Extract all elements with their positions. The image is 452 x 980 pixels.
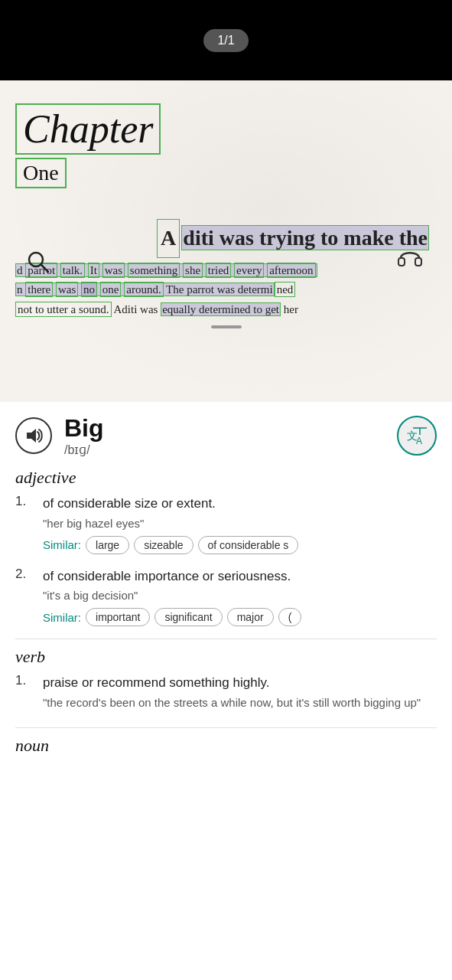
word-info: Big /bɪɡ/ [64,414,104,457]
book-text-area: Aditi was trying to make the d parrot ta… [15,219,437,319]
svg-marker-4 [27,429,36,443]
def-example-1: "her big hazel eyes" [43,517,437,530]
word-title: Big [64,414,104,443]
similar-tag-sizeable[interactable]: sizeable [134,536,193,554]
def-text-2: of considerable importance or seriousnes… [43,567,437,586]
adjective-definitions: 1. of considerable size or extent. "her … [15,494,437,626]
similar-label-1: Similar: [43,538,81,551]
noun-label: noun [15,736,437,756]
page-indicator: 1/1 [203,29,248,52]
verb-def-text-1: praise or recommend something highly. [43,673,437,693]
similar-tag-large[interactable]: large [86,536,129,554]
verb-label: verb [15,647,437,667]
chapter-subtitle: One [15,158,67,188]
word-header-left: Big /bɪɡ/ [15,414,104,457]
svg-text:A: A [416,436,422,446]
similar-row-1: Similar: large sizeable of considerable … [43,536,437,554]
similar-row-2: Similar: important significant major ( [43,608,437,626]
verb-def-example-1: "the record's been on the streets a whil… [43,696,437,709]
similar-tag-considerable[interactable]: of considerable s [198,536,299,554]
def-content-2: of considerable importance or seriousnes… [43,567,437,627]
similar-tag-major[interactable]: major [227,608,274,626]
verb-def-number-1: 1. [15,673,34,715]
verb-def-content-1: praise or recommend something highly. "t… [43,673,437,715]
def-text-1: of considerable size or extent. [43,494,437,514]
svg-rect-3 [415,258,421,266]
def-number-2: 2. [15,567,34,627]
drag-handle[interactable] [211,325,242,328]
similar-tag-important[interactable]: important [86,608,150,626]
similar-tag-significant[interactable]: significant [154,608,222,626]
search-icon[interactable] [23,247,54,277]
definition-item-1: 1. of considerable size or extent. "her … [15,494,437,554]
verb-definition-item-1: 1. praise or recommend something highly.… [15,673,437,715]
def-number-1: 1. [15,494,34,554]
svg-rect-2 [398,258,405,266]
translate-button[interactable]: 文 A [397,416,437,456]
book-text: Aditi was trying to make the d parrot ta… [15,219,437,319]
dictionary-panel: Big /bɪɡ/ 文 A adjective 1. of considerab… [0,402,452,777]
top-bar: 1/1 [0,0,452,80]
def-content-1: of considerable size or extent. "her big… [43,494,437,554]
svg-line-1 [41,265,48,272]
definition-item-2: 2. of considerable importance or serious… [15,567,437,627]
book-page: Chapter One Aditi was trying to make the [0,80,452,402]
similar-label-2: Similar: [43,611,81,624]
divider-1 [15,639,437,639]
speaker-button[interactable] [15,417,52,454]
headphones-icon[interactable] [391,239,429,277]
verb-definitions: 1. praise or recommend something highly.… [15,673,437,715]
similar-tag-more[interactable]: ( [278,608,302,626]
divider-2 [15,727,437,728]
def-example-2: "it's a big decision" [43,589,437,602]
chapter-title: Chapter [15,103,161,155]
word-phonetic: /bɪɡ/ [64,443,104,457]
word-header: Big /bɪɡ/ 文 A [15,402,437,460]
adjective-label: adjective [15,468,437,488]
